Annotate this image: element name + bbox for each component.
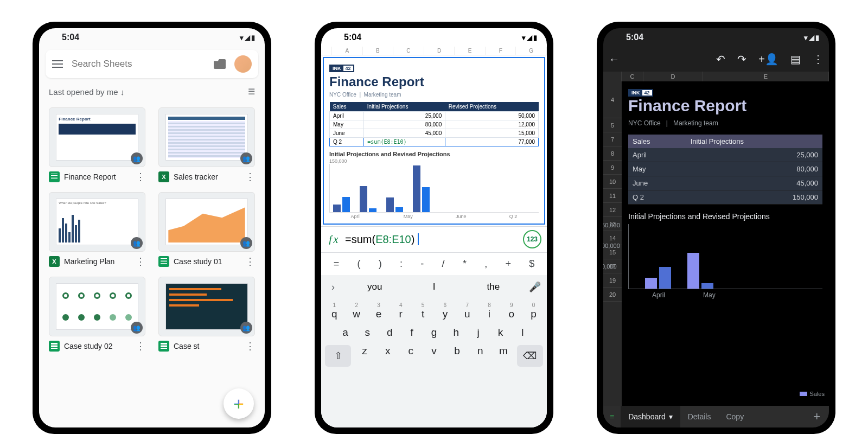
key-plus[interactable]: + <box>505 258 511 270</box>
new-sheet-fab[interactable]: + <box>224 388 254 419</box>
key[interactable]: 1q <box>324 302 344 320</box>
key[interactable]: 5t <box>413 302 433 320</box>
numeric-keypad-toggle[interactable]: 123 <box>523 230 541 248</box>
shift-key[interactable]: ⇧ <box>325 345 351 367</box>
row-headers[interactable]: 4 5 7 8 9 10 11 12 13 14 15 17 19 20 <box>603 81 622 427</box>
search-input[interactable] <box>72 59 205 69</box>
tab-copy[interactable]: Copy <box>718 406 751 427</box>
chevron-down-icon: ▾ <box>669 412 673 421</box>
suggestion[interactable]: the <box>464 282 523 292</box>
key[interactable]: f <box>402 327 422 339</box>
file-card[interactable]: 👥 Case study 02⋮ <box>49 277 145 352</box>
key[interactable]: g <box>424 327 444 339</box>
backspace-key[interactable]: ⌫ <box>517 345 543 367</box>
file-card[interactable]: When do people rate CSI Sales?👥 XMarketi… <box>49 192 145 267</box>
more-icon[interactable]: ⋮ <box>245 172 255 182</box>
tabs-menu-icon[interactable]: ≡ <box>603 412 621 421</box>
key[interactable]: 2w <box>347 302 366 320</box>
more-icon[interactable]: ⋮ <box>136 257 145 266</box>
sheet-title: Finance Report <box>329 74 539 90</box>
mic-icon[interactable]: 🎤 <box>523 281 547 293</box>
file-card[interactable]: 👥 XSales tracker⋮ <box>158 107 255 182</box>
key-equals[interactable]: = <box>334 258 340 270</box>
key[interactable]: b <box>448 345 467 367</box>
file-thumbnail: When do people rate CSI Sales?👥 <box>49 192 145 252</box>
file-thumbnail: 👥 <box>158 192 255 252</box>
file-name: Case study 01 <box>174 257 222 266</box>
suggestion-row[interactable]: › you I the 🎤 <box>321 275 547 299</box>
more-icon[interactable]: ⋮ <box>136 172 145 182</box>
key-dollar[interactable]: $ <box>529 258 534 270</box>
key[interactable]: a <box>335 327 355 339</box>
sort-row[interactable]: Last opened by me ↓ ☰ <box>39 81 265 102</box>
file-card[interactable]: 👥 Case study 01⋮ <box>158 192 255 267</box>
sheet-canvas[interactable]: INK42 Finance Report NYC Office | Market… <box>622 81 829 427</box>
sheet-tabs[interactable]: ≡ Dashboard▾ Details Copy + <box>603 406 829 427</box>
key[interactable]: j <box>469 327 488 339</box>
add-person-icon[interactable]: +👤 <box>758 53 778 66</box>
add-tab-icon[interactable]: + <box>805 410 829 424</box>
folder-icon[interactable] <box>214 59 226 69</box>
suggestion[interactable]: I <box>404 282 463 292</box>
key[interactable]: z <box>355 345 374 367</box>
key[interactable]: 3e <box>369 302 388 320</box>
key[interactable]: v <box>424 345 444 367</box>
file-thumbnail: 👥 <box>158 277 255 336</box>
key[interactable]: d <box>380 327 399 339</box>
status-time: 5:04 <box>344 33 361 42</box>
file-card[interactable]: 👥 Case st⋮ <box>158 277 255 352</box>
key[interactable]: n <box>470 345 490 367</box>
account-avatar[interactable] <box>234 55 252 73</box>
key[interactable]: k <box>491 327 510 339</box>
key[interactable]: l <box>513 327 532 339</box>
column-headers[interactable]: C D E <box>603 72 829 81</box>
key-colon[interactable]: : <box>400 258 403 270</box>
file-name: Sales tracker <box>174 173 218 181</box>
key-comma[interactable]: , <box>484 258 487 270</box>
key[interactable]: h <box>446 327 466 339</box>
suggestion[interactable]: you <box>345 282 404 292</box>
column-headers[interactable]: ABCDEFG <box>321 47 547 55</box>
keyboard[interactable]: › you I the 🎤 1q2w3e4r5t6y7u8i9o0p asdfg… <box>321 275 547 427</box>
data-table[interactable]: SalesInitial Projections April25,000 May… <box>628 135 822 205</box>
list-view-icon[interactable]: ☰ <box>248 87 255 97</box>
active-cell[interactable]: =sum(E8:E10) <box>364 138 445 146</box>
back-icon[interactable]: ← <box>609 53 620 66</box>
undo-icon[interactable]: ↶ <box>716 53 725 66</box>
symbol-row[interactable]: =():-/*,+$ <box>321 252 547 275</box>
search-bar[interactable] <box>46 50 258 78</box>
chevron-right-icon[interactable]: › <box>321 282 345 293</box>
key[interactable]: c <box>401 345 420 367</box>
key[interactable]: m <box>494 345 513 367</box>
key[interactable]: s <box>358 327 377 339</box>
key-star[interactable]: * <box>463 258 467 270</box>
key[interactable]: 9o <box>502 302 521 320</box>
key-lparen[interactable]: ( <box>357 258 360 270</box>
brand-chip: INK42 <box>628 89 653 97</box>
more-icon[interactable]: ⋮ <box>245 257 255 266</box>
sheet-canvas[interactable]: INK42 Finance Report NYC Office | Market… <box>323 57 545 225</box>
formula-bar[interactable]: ƒx =sum(E8:E10) ✓ <box>321 226 547 252</box>
tab-dashboard[interactable]: Dashboard▾ <box>621 406 680 427</box>
key[interactable]: x <box>378 345 398 367</box>
comment-icon[interactable]: ▤ <box>790 53 801 66</box>
more-icon[interactable]: ⋮ <box>813 53 824 66</box>
more-icon[interactable]: ⋮ <box>136 341 145 351</box>
shared-icon: 👥 <box>240 237 252 249</box>
redo-icon[interactable]: ↷ <box>737 53 746 66</box>
more-icon[interactable]: ⋮ <box>245 341 255 351</box>
key[interactable]: 6y <box>435 302 455 320</box>
tab-details[interactable]: Details <box>680 406 719 427</box>
data-table[interactable]: SalesInitial ProjectionsRevised Projecti… <box>329 102 539 146</box>
key[interactable]: 0p <box>524 302 544 320</box>
menu-icon[interactable] <box>52 60 63 68</box>
formula-input[interactable]: =sum(E8:E10) <box>345 233 523 246</box>
key-rparen[interactable]: ) <box>379 258 382 270</box>
file-card[interactable]: Finance Report👥 Finance Report⋮ <box>49 107 145 182</box>
key[interactable]: 8i <box>480 302 499 320</box>
file-name: Case study 02 <box>64 342 113 350</box>
key[interactable]: 4r <box>391 302 411 320</box>
key-slash[interactable]: / <box>442 258 445 270</box>
key-minus[interactable]: - <box>420 258 424 270</box>
key[interactable]: 7u <box>457 302 477 320</box>
